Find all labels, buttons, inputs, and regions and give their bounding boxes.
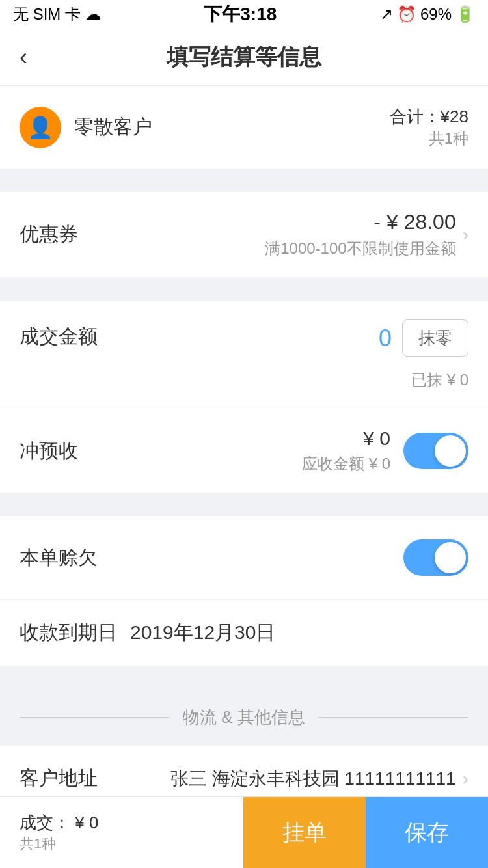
- location-icon: ↗: [380, 5, 393, 23]
- prepay-right: ¥ 0 应收金额 ¥ 0: [302, 427, 468, 474]
- status-time: 下午3:18: [204, 2, 277, 27]
- customer-section: 👤 零散客户 合计：¥28 共1种: [0, 86, 488, 169]
- battery-icon: 🔋: [455, 5, 475, 23]
- amount-sub: 已抹 ¥ 0: [20, 370, 468, 390]
- debt-section: 本单赊欠 收款到期日 2019年12月30日: [0, 516, 488, 666]
- chevron-right-icon: ›: [463, 224, 468, 245]
- prepay-label: 冲预收: [20, 438, 78, 465]
- save-button[interactable]: 保存: [366, 797, 488, 869]
- battery-level: 69%: [420, 5, 452, 23]
- total-count: 共1种: [390, 128, 468, 149]
- total-label: 合计：¥28: [390, 105, 468, 128]
- customer-name: 零散客户: [74, 114, 152, 141]
- sep-line-left: [20, 717, 170, 718]
- divider-3: [0, 504, 488, 516]
- coupon-discount: - ¥ 28.00: [265, 210, 455, 234]
- page-title: 填写结算等信息: [167, 42, 321, 72]
- prepay-amounts: ¥ 0 应收金额 ¥ 0: [302, 427, 390, 474]
- footer: 成交： ¥ 0 共1种 挂单 保存: [0, 796, 488, 868]
- customer-row: 👤 零散客户 合计：¥28 共1种: [0, 86, 488, 169]
- amount-row: 成交金额 0 抹零: [20, 319, 468, 357]
- status-right: ↗ ⏰ 69% 🔋: [380, 5, 475, 23]
- address-value: 张三 海淀永丰科技园 11111111111: [170, 766, 456, 791]
- coupon-right: - ¥ 28.00 满1000-100不限制使用金额: [265, 210, 455, 259]
- coupon-description: 满1000-100不限制使用金额: [265, 238, 455, 259]
- coupon-section[interactable]: 优惠券 - ¥ 28.00 满1000-100不限制使用金额 ›: [0, 192, 488, 278]
- amount-label: 成交金额: [20, 319, 98, 350]
- status-bar: 无 SIM 卡 ☁ 下午3:18 ↗ ⏰ 69% 🔋: [0, 0, 488, 29]
- divider-1: [0, 180, 488, 192]
- amount-value: 0: [379, 325, 392, 352]
- footer-deal-label: 成交：: [20, 813, 70, 832]
- coupon-label: 优惠券: [20, 221, 78, 248]
- customer-total: 合计：¥28 共1种: [390, 105, 468, 149]
- prepay-receivable: 应收金额 ¥ 0: [302, 454, 390, 474]
- avatar: 👤: [20, 107, 61, 148]
- nav-bar: ‹ 填写结算等信息: [0, 29, 488, 86]
- address-chevron-icon: ›: [463, 768, 468, 789]
- divider-2: [0, 290, 488, 301]
- address-right-wrapper: 张三 海淀永丰科技园 11111111111 ›: [157, 766, 468, 791]
- debt-toggle[interactable]: [403, 539, 468, 576]
- logistics-label: 物流 & 其他信息: [183, 706, 305, 729]
- divider-4: [0, 677, 488, 689]
- hold-button[interactable]: 挂单: [243, 797, 366, 869]
- prepay-value: ¥ 0: [302, 427, 390, 450]
- status-left: 无 SIM 卡 ☁: [13, 4, 101, 25]
- due-date-row: 收款到期日 2019年12月30日: [0, 599, 488, 666]
- logistics-separator: 物流 & 其他信息: [0, 689, 488, 746]
- footer-deal: 成交： ¥ 0: [20, 811, 224, 834]
- alarm-icon: ⏰: [397, 5, 416, 23]
- sep-line-right: [318, 717, 468, 718]
- footer-count: 共1种: [20, 834, 224, 854]
- amount-section: 成交金额 0 抹零 已抹 ¥ 0 冲预收 ¥ 0 应收金额 ¥ 0: [0, 301, 488, 493]
- prepay-row: 冲预收 ¥ 0 应收金额 ¥ 0: [0, 409, 488, 493]
- due-date-label: 收款到期日: [20, 619, 117, 646]
- debt-row: 本单赊欠: [0, 516, 488, 599]
- round-button[interactable]: 抹零: [402, 319, 468, 357]
- sim-status: 无 SIM 卡 ☁: [13, 4, 101, 25]
- customer-left: 👤 零散客户: [20, 107, 152, 148]
- address-label: 客户地址: [20, 765, 98, 792]
- prepay-toggle[interactable]: [403, 433, 468, 469]
- coupon-row[interactable]: 优惠券 - ¥ 28.00 满1000-100不限制使用金额 ›: [0, 192, 488, 278]
- due-date-value: 2019年12月30日: [130, 619, 275, 646]
- footer-deal-value: ¥ 0: [75, 813, 98, 832]
- back-button[interactable]: ‹: [20, 44, 27, 71]
- footer-left: 成交： ¥ 0 共1种: [0, 811, 243, 854]
- coupon-right-wrapper: - ¥ 28.00 满1000-100不限制使用金额 ›: [265, 210, 468, 259]
- debt-label: 本单赊欠: [20, 545, 98, 571]
- amount-right: 0 抹零: [379, 319, 468, 357]
